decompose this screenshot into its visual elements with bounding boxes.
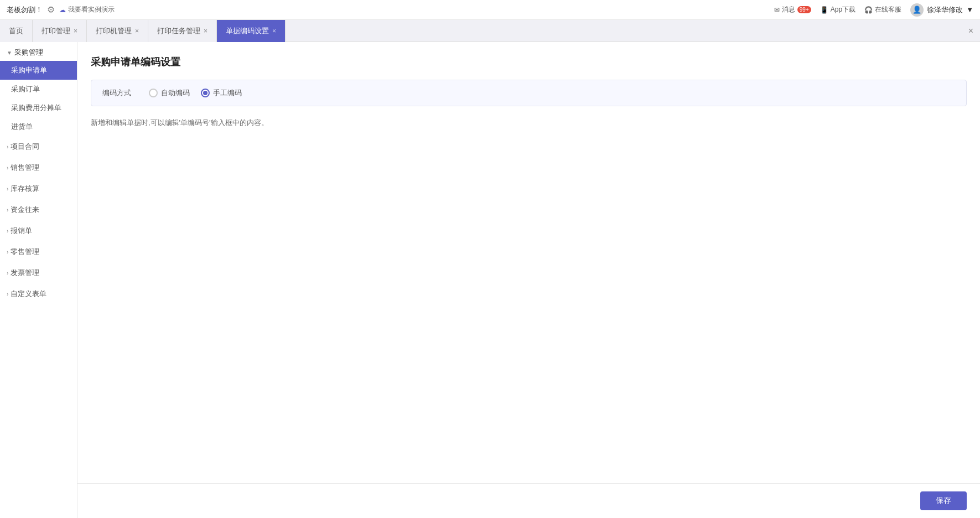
tab-printer-mgmt-label: 打印机管理 — [96, 26, 132, 36]
page-title: 采购申请单编码设置 — [91, 55, 967, 69]
tab-print-task-mgmt-label: 打印任务管理 — [157, 26, 200, 36]
tab-print-task-mgmt[interactable]: 打印任务管理 × — [148, 20, 217, 42]
content-footer: 保存 — [77, 483, 980, 518]
expand-arrow-expense-report: › — [7, 228, 8, 234]
sidebar-group-finance[interactable]: › 资金往来 — [0, 199, 77, 220]
app-download-action[interactable]: 📱 App下载 — [820, 5, 855, 14]
cloud-icon: ☁ — [59, 6, 66, 14]
app-download-label: App下载 — [831, 5, 855, 14]
user-info[interactable]: 👤 徐泽华修改 ▼ — [910, 3, 973, 17]
demo-link[interactable]: ☁ 我要看实例演示 — [59, 5, 115, 14]
demo-text: 我要看实例演示 — [68, 5, 115, 14]
radio-auto-encoding[interactable]: 自动编码 — [149, 88, 190, 98]
phone-icon: 📱 — [820, 6, 828, 14]
tab-printer-mgmt-close[interactable]: × — [135, 27, 139, 35]
expand-arrow-project: › — [7, 144, 8, 150]
top-bar-right: ✉ 消息 99+ 📱 App下载 🎧 在线客服 👤 徐泽华修改 ▼ — [774, 3, 973, 17]
description-text: 新增和编辑单据时,可以编辑'单编码号'输入框中的内容。 — [91, 117, 967, 129]
top-bar: 老板勿割！ ⚙ ☁ 我要看实例演示 ✉ 消息 99+ 📱 App下载 🎧 在线客… — [0, 0, 980, 20]
sidebar-group-invoice[interactable]: › 发票管理 — [0, 262, 77, 283]
sidebar-group-expense-report-label: 报销单 — [11, 226, 32, 236]
user-dropdown-icon: ▼ — [966, 6, 973, 14]
sidebar-group-sales[interactable]: › 销售管理 — [0, 157, 77, 178]
sidebar-item-purchase-order[interactable]: 采购订单 — [0, 80, 77, 99]
tabs-bar: 首页 打印管理 × 打印机管理 × 打印任务管理 × 单据编码设置 × × — [0, 20, 980, 42]
user-name: 徐泽华修改 — [927, 5, 963, 15]
auto-encoding-label: 自动编码 — [161, 88, 190, 98]
sidebar-group-project-label: 项目合同 — [11, 142, 39, 152]
tab-print-task-mgmt-close[interactable]: × — [204, 27, 208, 35]
headset-icon: 🎧 — [864, 6, 873, 14]
save-button[interactable]: 保存 — [920, 491, 967, 510]
sidebar-group-purchase: ▼ 采购管理 采购申请单 采购订单 采购费用分摊单 进货单 — [0, 42, 77, 136]
sidebar-item-purchase-request[interactable]: 采购申请单 — [0, 61, 77, 80]
tab-single-barcode-close[interactable]: × — [272, 27, 276, 35]
collapse-arrow-purchase: ▼ — [7, 50, 12, 56]
radio-auto-circle — [149, 89, 158, 97]
message-label: 消息 — [782, 5, 795, 14]
expand-arrow-finance: › — [7, 207, 8, 213]
sidebar-group-retail-label: 零售管理 — [11, 247, 39, 257]
sidebar-group-inventory-label: 库存核算 — [11, 184, 39, 194]
sidebar-group-retail[interactable]: › 零售管理 — [0, 241, 77, 262]
tab-single-barcode-label: 单据编码设置 — [226, 26, 269, 36]
expand-arrow-invoice: › — [7, 270, 8, 276]
sidebar-item-purchase-expense[interactable]: 采购费用分摊单 — [0, 99, 77, 117]
tab-printer-mgmt[interactable]: 打印机管理 × — [87, 20, 148, 42]
tab-home[interactable]: 首页 — [0, 20, 33, 42]
message-badge: 99+ — [797, 6, 811, 13]
expand-arrow-inventory: › — [7, 186, 8, 192]
tab-print-mgmt-close[interactable]: × — [74, 27, 77, 35]
radio-manual-encoding[interactable]: 手工编码 — [201, 88, 242, 98]
expand-arrow-custom-form: › — [7, 291, 8, 297]
message-icon: ✉ — [774, 6, 780, 14]
customer-service-action[interactable]: 🎧 在线客服 — [864, 5, 901, 14]
close-panel-button[interactable]: × — [962, 26, 980, 36]
sidebar-group-purchase-label: 采购管理 — [14, 48, 43, 58]
expand-arrow-sales: › — [7, 165, 8, 171]
brand-name: 老板勿割！ — [7, 5, 43, 15]
customer-service-label: 在线客服 — [875, 5, 901, 14]
sidebar-group-custom-form[interactable]: › 自定义表单 — [0, 283, 77, 304]
expand-arrow-retail: › — [7, 249, 8, 255]
sidebar-group-expense-report[interactable]: › 报销单 — [0, 220, 77, 241]
sidebar-group-finance-label: 资金往来 — [11, 205, 39, 215]
tab-print-mgmt[interactable]: 打印管理 × — [33, 20, 87, 42]
sidebar-group-project[interactable]: › 项目合同 — [0, 136, 77, 157]
main-layout: ▼ 采购管理 采购申请单 采购订单 采购费用分摊单 进货单 › 项目合同 › 销… — [0, 42, 980, 518]
sidebar-group-custom-form-label: 自定义表单 — [11, 289, 46, 299]
manual-encoding-label: 手工编码 — [213, 88, 242, 98]
tab-single-barcode[interactable]: 单据编码设置 × — [217, 20, 286, 42]
content-area: 采购申请单编码设置 编码方式 自动编码 手工编码 新增和编辑单据时,可以编辑'单… — [77, 42, 980, 518]
encoding-label: 编码方式 — [102, 88, 131, 98]
sidebar: ▼ 采购管理 采购申请单 采购订单 采购费用分摊单 进货单 › 项目合同 › 销… — [0, 42, 77, 518]
settings-icon[interactable]: ⚙ — [47, 4, 55, 15]
content-inner: 采购申请单编码设置 编码方式 自动编码 手工编码 新增和编辑单据时,可以编辑'单… — [77, 42, 980, 483]
avatar: 👤 — [910, 3, 924, 17]
radio-group: 自动编码 手工编码 — [149, 88, 242, 98]
sidebar-item-goods-receipt[interactable]: 进货单 — [0, 117, 77, 136]
radio-manual-circle — [201, 89, 210, 97]
sidebar-group-inventory[interactable]: › 库存核算 — [0, 178, 77, 199]
sidebar-group-purchase-header[interactable]: ▼ 采购管理 — [0, 42, 77, 61]
tab-home-label: 首页 — [9, 26, 23, 36]
encoding-section: 编码方式 自动编码 手工编码 — [91, 80, 967, 106]
message-action[interactable]: ✉ 消息 99+ — [774, 5, 811, 14]
tab-print-mgmt-label: 打印管理 — [42, 26, 70, 36]
sidebar-group-sales-label: 销售管理 — [11, 163, 39, 173]
top-bar-left: 老板勿割！ ⚙ ☁ 我要看实例演示 — [7, 4, 115, 15]
sidebar-group-invoice-label: 发票管理 — [11, 268, 39, 278]
